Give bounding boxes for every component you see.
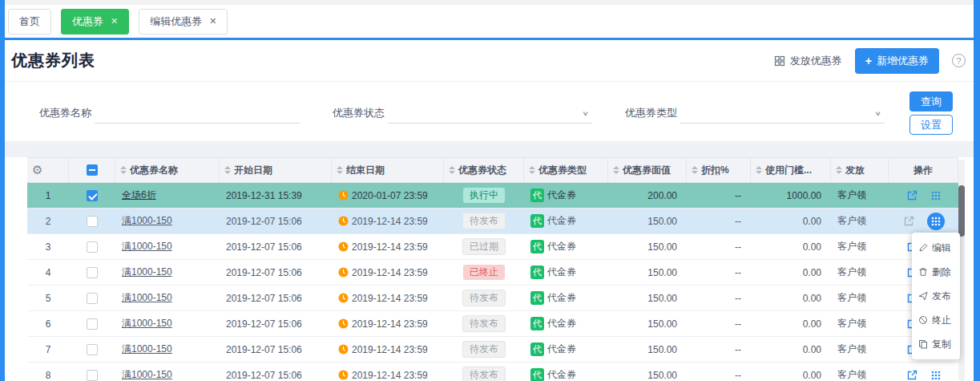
- row-checkbox[interactable]: [87, 241, 98, 253]
- select-all-checkbox[interactable]: [87, 164, 98, 176]
- scrollbar-thumb[interactable]: [958, 185, 965, 237]
- sort-icon[interactable]: [613, 166, 619, 174]
- coupon-name-link[interactable]: 满1000-150: [122, 317, 172, 330]
- copy-icon: [918, 339, 928, 349]
- face-value: 150.00: [608, 311, 687, 336]
- column-header-name[interactable]: 优惠券名称: [115, 158, 220, 182]
- sort-icon[interactable]: [756, 166, 762, 174]
- context-menu-item-delete[interactable]: 删除: [912, 260, 960, 284]
- column-header-label: 优惠券状态: [458, 164, 506, 177]
- coupon-status-select[interactable]: ∨: [388, 103, 592, 124]
- row-checkbox[interactable]: [87, 318, 98, 330]
- coupon-name-input[interactable]: [95, 103, 300, 123]
- start-date: 2019-12-31 15:39: [220, 183, 332, 208]
- row-menu-button[interactable]: [930, 190, 942, 201]
- column-header-issue[interactable]: 发放: [831, 158, 889, 182]
- share-button[interactable]: [903, 216, 914, 227]
- coupon-type-icon: 代: [530, 368, 544, 381]
- coupon-type-select[interactable]: ∨: [680, 103, 885, 124]
- column-header-type[interactable]: 优惠券类型: [524, 158, 608, 182]
- tab-close-icon[interactable]: ✕: [111, 17, 118, 26]
- coupon-name-input-wrap: [95, 103, 300, 124]
- issue-channel: 客户领: [831, 337, 889, 362]
- tab-close-icon[interactable]: ✕: [209, 17, 216, 26]
- row-checkbox[interactable]: [87, 190, 98, 201]
- column-header-label: 开始日期: [234, 164, 272, 177]
- row-checkbox[interactable]: [87, 267, 98, 278]
- share-button[interactable]: [906, 370, 917, 381]
- clock-icon: [338, 241, 349, 252]
- context-menu-item-label: 删除: [932, 265, 951, 279]
- status-badge: 待发布: [462, 367, 506, 381]
- issue-coupon-button[interactable]: 发放优惠券: [774, 54, 842, 68]
- row-checkbox[interactable]: [87, 293, 98, 304]
- sort-icon[interactable]: [836, 166, 842, 174]
- discount-percent: --: [687, 311, 751, 336]
- tab-label: 优惠券: [72, 14, 103, 29]
- sort-icon[interactable]: [529, 166, 535, 174]
- tab-首页[interactable]: 首页: [8, 9, 51, 34]
- column-header-start[interactable]: 开始日期: [220, 158, 332, 182]
- end-date: 2019-12-14 23:59: [332, 209, 444, 233]
- start-date: 2019-12-07 15:06: [220, 363, 332, 381]
- row-menu-button[interactable]: [927, 213, 945, 230]
- share-button[interactable]: [906, 190, 917, 201]
- table-row: 1全场6折2019-12-31 15:392020-01-07 23:59执行中…: [27, 183, 958, 209]
- help-icon[interactable]: ?: [952, 54, 966, 67]
- sort-icon[interactable]: [224, 166, 231, 174]
- context-menu-item-publish[interactable]: 发布: [912, 284, 960, 308]
- sort-icon[interactable]: [337, 166, 343, 174]
- coupon-type-filter-label: 优惠券类型: [625, 106, 677, 124]
- coupon-name-link[interactable]: 满1000-150: [122, 265, 172, 279]
- sort-icon[interactable]: [692, 166, 698, 174]
- sort-icon[interactable]: [449, 166, 455, 174]
- column-header-check: [69, 158, 115, 182]
- gear-icon[interactable]: ⚙: [32, 163, 42, 177]
- coupon-name-link[interactable]: 满1000-150: [122, 240, 172, 253]
- tab-编辑优惠券[interactable]: 编辑优惠券✕: [139, 9, 228, 34]
- coupon-type-label: 代金券: [547, 240, 576, 253]
- row-menu-button[interactable]: [930, 370, 942, 381]
- query-button[interactable]: 查询: [909, 91, 953, 111]
- start-date: 2019-12-07 15:06: [220, 311, 332, 336]
- column-header-label: 发放: [845, 164, 865, 177]
- header-actions: 发放优惠券 + 新增优惠券 ?: [774, 48, 967, 74]
- column-header-value[interactable]: 优惠券面值: [608, 158, 687, 182]
- page-header: 优惠券列表 发放优惠券 + 新增优惠券 ?: [5, 40, 974, 82]
- table-row: 6满1000-1502019-12-07 15:062019-12-14 23:…: [27, 311, 958, 337]
- terminate-icon: [918, 315, 928, 325]
- tab-优惠券[interactable]: 优惠券✕: [61, 9, 129, 34]
- usage-threshold: 0.00: [751, 209, 831, 233]
- start-date: 2019-12-07 15:06: [220, 260, 332, 285]
- coupon-name-link[interactable]: 满1000-150: [122, 342, 172, 356]
- sort-icon[interactable]: [120, 166, 127, 174]
- row-number: 4: [27, 260, 69, 285]
- row-checkbox[interactable]: [87, 216, 98, 227]
- column-header-discount[interactable]: 折扣%: [687, 158, 751, 182]
- column-header-status[interactable]: 优惠券状态: [444, 158, 524, 182]
- context-menu-item-copy[interactable]: 复制: [912, 332, 960, 356]
- table-row: 2满1000-1502019-12-07 15:062019-12-14 23:…: [27, 209, 958, 234]
- discount-percent: --: [687, 363, 751, 381]
- issue-channel: 客户领: [831, 260, 889, 285]
- row-checkbox[interactable]: [87, 344, 98, 355]
- discount-percent: --: [687, 286, 751, 310]
- end-date: 2019-12-14 23:59: [332, 234, 444, 259]
- column-header-threshold[interactable]: 使用门槛...: [751, 158, 831, 182]
- end-date: 2019-12-14 23:59: [332, 286, 444, 310]
- column-header-end[interactable]: 结束日期: [332, 158, 444, 182]
- add-coupon-button[interactable]: + 新增优惠券: [855, 48, 939, 74]
- coupon-name-link[interactable]: 全场6折: [122, 188, 156, 202]
- context-menu-item-edit[interactable]: 编辑: [912, 236, 960, 260]
- coupon-name-link[interactable]: 满1000-150: [122, 291, 172, 305]
- column-header-label: 优惠券名称: [130, 164, 178, 177]
- end-date: 2019-12-14 23:59: [332, 311, 444, 336]
- chevron-down-icon: ∨: [874, 109, 881, 116]
- discount-percent: --: [687, 183, 751, 208]
- context-menu-item-terminate[interactable]: 终止: [912, 308, 960, 332]
- settings-button[interactable]: 设置: [909, 115, 953, 135]
- coupon-name-link[interactable]: 满1000-150: [122, 368, 172, 381]
- coupon-name-link[interactable]: 满1000-150: [122, 214, 172, 228]
- row-checkbox[interactable]: [87, 370, 98, 381]
- column-header-label: 操作: [913, 164, 933, 177]
